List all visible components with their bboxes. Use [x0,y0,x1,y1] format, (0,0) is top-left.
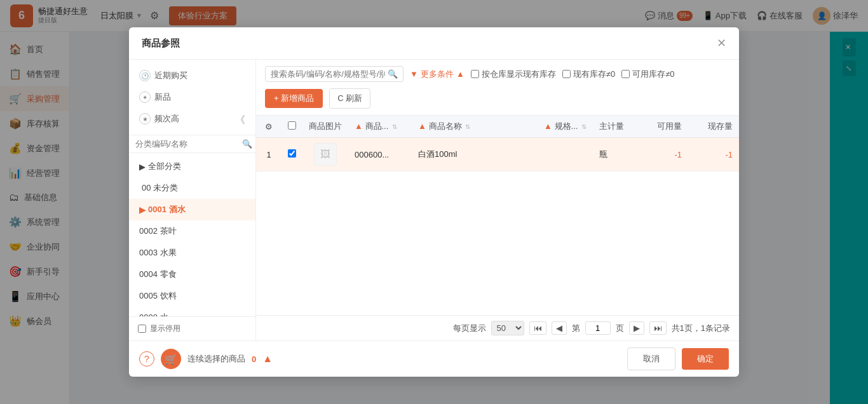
category-item-0005[interactable]: 0005 饮料 [129,285,255,307]
cart-icon-button[interactable]: 🛒 [161,349,181,369]
sort-arrows-name: ⇅ [465,123,470,130]
col-avail-label: 可用量 [657,121,682,131]
row-img: 🖼 [302,138,348,172]
frequent-icon: ★ [139,113,151,125]
col-header-name[interactable]: ▲ 商品名称 ⇅ [412,116,538,138]
confirm-button[interactable]: 确定 [682,348,729,370]
category-0001-arrow: ▶ [139,205,146,215]
category-item-0001[interactable]: ▶ 0001 酒水 [129,199,255,220]
warehouse-checkbox[interactable] [471,70,479,78]
page-number-input[interactable] [585,321,611,335]
product-table-container: ⚙ 商品图片 ▲ 商品... ⇅ [256,116,739,315]
left-tabs: 🕐 近期购买 ✦ 新品 ★ 频次高 《 [129,60,255,135]
modal-body: 🕐 近期购买 ✦ 新品 ★ 频次高 《 [129,60,739,340]
product-search-box: 🔍 [265,66,403,82]
row-code: 000600... [348,138,412,172]
category-00-label: 00 未分类 [142,182,178,194]
avail-ne0-label: 可用库存≠0 [632,69,674,80]
pagination-bar: 每页显示 50 100 200 ⏮ ◀ 第 页 ▶ ⏭ 共1页，1条记录 [256,315,739,340]
category-0002-label: 0002 茶叶 [139,226,177,237]
col-header-avail: 可用量 [637,116,688,138]
new-icon: ✦ [139,91,151,103]
category-list: ▶ 全部分类 00 未分类 ▶ 0001 酒水 0002 茶叶 [129,153,255,316]
filter-up-icon: ▲ [456,69,465,79]
sort-up-icon: ▲ [355,121,363,131]
left-tab-frequent[interactable]: ★ 频次高 [129,108,198,130]
category-item-all[interactable]: ▶ 全部分类 [129,156,255,177]
avail-ne0-checkbox[interactable] [621,70,630,78]
refresh-button[interactable]: C 刷新 [329,88,370,109]
product-search-icon[interactable]: 🔍 [388,69,398,79]
modal-footer: ? 🛒 连续选择的商品 0 ▲ 取消 确定 [129,340,739,377]
recent-icon: 🕐 [139,70,151,81]
category-0005-label: 0005 饮料 [139,290,177,302]
page-first-btn[interactable]: ⏮ [529,321,546,335]
modal-close-button[interactable]: ✕ [717,36,726,50]
category-item-00[interactable]: 00 未分类 [129,177,255,199]
page-label: 第 [572,323,580,334]
col-header-settings[interactable]: ⚙ [256,116,281,138]
checkbox-avail-ne0[interactable]: 可用库存≠0 [621,69,674,80]
page-next-btn[interactable]: ▶ [629,321,644,335]
col-img-label: 商品图片 [309,121,342,131]
page-last-btn[interactable]: ⏭ [649,321,667,335]
category-0008-label: 0008 水 [139,312,168,316]
col-code-label: 商品... [365,121,389,131]
category-item-0003[interactable]: 0003 水果 [129,242,255,264]
show-disabled-checkbox[interactable] [138,325,146,333]
cart-count: 0 [252,354,256,364]
col-name-label: 商品名称 [429,121,462,131]
checkbox-warehouse[interactable]: 按仓库显示现有库存 [471,69,556,80]
table-header: ⚙ 商品图片 ▲ 商品... ⇅ [256,116,739,138]
table-row[interactable]: 1 🖼 000600... 白酒100ml [256,138,739,172]
warehouse-label: 按仓库显示现有库存 [482,69,556,80]
checkbox-stock-ne0[interactable]: 现有库存≠0 [562,69,615,80]
category-search-icon[interactable]: 🔍 [242,139,252,149]
product-table: ⚙ 商品图片 ▲ 商品... ⇅ [256,116,739,172]
cancel-button[interactable]: 取消 [627,347,675,370]
category-search: 🔍 [129,135,255,153]
category-search-input[interactable] [135,139,242,149]
row-checkbox[interactable] [281,138,302,172]
page-prev-btn[interactable]: ◀ [552,321,567,335]
select-all-checkbox[interactable] [288,121,296,130]
page-size-label: 每页显示 [453,323,486,334]
left-tab-new[interactable]: ✦ 新品 [129,86,198,108]
modal-title: 商品参照 [142,37,180,50]
category-item-0008[interactable]: 0008 水 [129,307,255,316]
filter-button[interactable]: ▼ 更多条件 ▲ [410,69,465,80]
page-unit: 页 [616,323,624,334]
col-header-unit: 主计量 [593,116,637,138]
col-stock-label: 现存量 [708,121,733,131]
category-item-0002[interactable]: 0002 茶叶 [129,220,255,242]
filter-icon: ▼ [410,69,418,79]
col-header-spec[interactable]: ▲ 规格... ⇅ [538,116,593,138]
left-panel-collapse-btn[interactable]: 《 [230,111,250,130]
total-label: 共1页，1条记录 [672,323,730,334]
left-tab-frequent-label: 频次高 [154,113,179,125]
sort-arrows-code: ⇅ [392,123,397,130]
stock-ne0-checkbox[interactable] [562,70,571,78]
row-stock: -1 [688,138,739,172]
filter-label: 更多条件 [421,69,454,80]
col-header-checkbox[interactable] [281,116,302,138]
row-no: 1 [256,138,281,172]
page-size-select[interactable]: 50 100 200 [491,321,524,335]
modal-overlay: 商品参照 ✕ 🕐 近期购买 ✦ 新品 [0,0,868,404]
left-tab-new-label: 新品 [154,91,171,103]
col-header-code[interactable]: ▲ 商品... ⇅ [348,116,412,138]
category-item-0004[interactable]: 0004 零食 [129,264,255,285]
left-tab-recent[interactable]: 🕐 近期购买 [129,65,198,86]
modal-right-panel: 🔍 ▼ 更多条件 ▲ 按仓库显示现有库存 现有库存≠0 [256,60,739,340]
footer-collapse-icon[interactable]: ▲ [262,353,273,365]
show-disabled-row: 显示停用 [129,316,255,340]
help-button[interactable]: ? [139,351,154,367]
col-header-img: 商品图片 [302,116,348,138]
add-product-button[interactable]: + 新增商品 [265,89,323,108]
product-search-input[interactable] [271,69,385,79]
table-body: 1 🖼 000600... 白酒100ml [256,138,739,172]
category-0003-label: 0003 水果 [139,247,177,259]
row-select-checkbox[interactable] [288,149,296,158]
left-tab-recent-label: 近期购买 [154,70,187,81]
product-reference-modal: 商品参照 ✕ 🕐 近期购买 ✦ 新品 [129,27,739,377]
